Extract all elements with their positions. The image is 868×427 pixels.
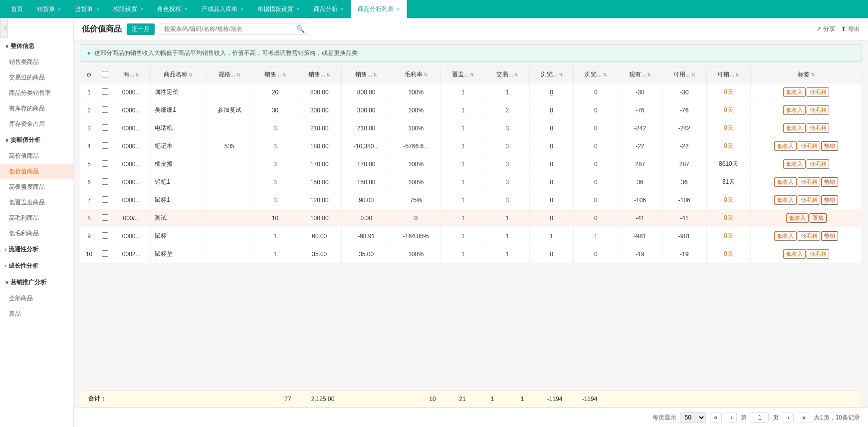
sidebar-item-high-value[interactable]: 高价值商品 bbox=[0, 148, 73, 164]
sidebar-group-contribution[interactable]: ∨ 贡献值分析 bbox=[0, 132, 73, 148]
sidebar-item-stock-goods[interactable]: 有库存的商品 bbox=[0, 101, 73, 116]
cell-name[interactable]: 鼠标垫 bbox=[151, 245, 206, 263]
sidebar-item-new-goods[interactable]: 新品 bbox=[0, 306, 73, 322]
nav-item-role[interactable]: 角色授权 × bbox=[150, 0, 194, 18]
cell-name[interactable]: 测试 bbox=[151, 209, 206, 227]
cell-browse1[interactable]: 0 bbox=[529, 101, 574, 119]
col-name[interactable]: 商品名称⇅ bbox=[151, 66, 206, 83]
cell-checkbox[interactable] bbox=[98, 155, 112, 173]
first-page-button[interactable]: « bbox=[710, 413, 722, 423]
col-sales1[interactable]: 销售...⇅ bbox=[253, 66, 297, 83]
cell-browse1[interactable]: 0 bbox=[529, 155, 574, 173]
select-all-checkbox[interactable] bbox=[102, 71, 108, 77]
row-checkbox[interactable] bbox=[102, 250, 108, 257]
col-trade[interactable]: 交易...⇅ bbox=[485, 66, 530, 83]
sidebar-item-inventory-capital[interactable]: 库存资金占用 bbox=[0, 116, 73, 132]
sidebar-item-low-coverage[interactable]: 低覆盖度商品 bbox=[0, 195, 73, 210]
col-tags[interactable]: 标签⇅ bbox=[751, 66, 862, 83]
cell-name[interactable]: 笔记本 bbox=[151, 137, 206, 155]
cell-browse1[interactable]: 0 bbox=[529, 119, 574, 137]
sidebar-item-low-margin[interactable]: 低毛利商品 bbox=[0, 226, 73, 241]
cell-checkbox[interactable] bbox=[98, 173, 112, 191]
col-saleable[interactable]: 可销...⇅ bbox=[706, 66, 751, 83]
close-icon[interactable]: × bbox=[240, 6, 243, 12]
col-gross[interactable]: 毛利率⇅ bbox=[391, 66, 441, 83]
col-spec[interactable]: 规格...⇅ bbox=[206, 66, 253, 83]
cell-name[interactable]: 鼠标1 bbox=[151, 191, 206, 209]
filter-button[interactable]: 近一月 bbox=[127, 23, 155, 35]
cell-browse1[interactable]: 0 bbox=[529, 191, 574, 209]
sidebar-item-low-value[interactable]: 低价值商品 bbox=[0, 164, 73, 179]
col-code[interactable]: 商...⇅ bbox=[112, 66, 151, 83]
cell-checkbox[interactable] bbox=[98, 227, 112, 245]
cell-name[interactable]: 铅笔1 bbox=[151, 173, 206, 191]
sidebar-collapse-button[interactable]: 《 bbox=[0, 18, 8, 38]
col-sales3[interactable]: 销售...⇅ bbox=[342, 66, 391, 83]
col-browse1[interactable]: 浏览...⇅ bbox=[529, 66, 574, 83]
col-current[interactable]: 现有...⇅ bbox=[618, 66, 662, 83]
sidebar-item-traded-goods[interactable]: 交易过的商品 bbox=[0, 70, 73, 85]
cell-browse1[interactable]: 1 bbox=[529, 227, 574, 245]
col-sales2[interactable]: 销售...⇅ bbox=[297, 66, 342, 83]
col-settings[interactable]: ⚙ bbox=[80, 66, 98, 83]
close-icon[interactable]: × bbox=[140, 6, 143, 12]
cell-browse1[interactable]: 0 bbox=[529, 137, 574, 155]
sidebar-group-overall[interactable]: ∨ 整体信息 bbox=[0, 38, 73, 54]
cell-browse1[interactable]: 0 bbox=[529, 83, 574, 101]
cell-checkbox[interactable] bbox=[98, 245, 112, 263]
nav-item-permission[interactable]: 权限设置 × bbox=[106, 0, 150, 18]
cell-name[interactable]: 鼠标 bbox=[151, 227, 206, 245]
col-available[interactable]: 可用...⇅ bbox=[662, 66, 706, 83]
close-icon[interactable]: × bbox=[96, 6, 99, 12]
nav-item-product-analysis-list[interactable]: 商品分析列表 × bbox=[351, 0, 407, 18]
cell-browse1[interactable]: 0 bbox=[529, 245, 574, 263]
row-checkbox[interactable] bbox=[102, 88, 108, 95]
page-number-input[interactable] bbox=[751, 413, 769, 423]
cell-checkbox[interactable] bbox=[98, 83, 112, 101]
export-button[interactable]: ⬆ 导出 bbox=[841, 25, 860, 33]
next-page-button[interactable]: › bbox=[783, 413, 794, 423]
close-icon[interactable]: × bbox=[341, 6, 344, 12]
close-icon[interactable]: × bbox=[296, 6, 299, 12]
nav-item-sales[interactable]: 销货单 × bbox=[30, 0, 68, 18]
nav-item-product-analysis[interactable]: 商品分析 × bbox=[307, 0, 351, 18]
sidebar-item-category-sales-rate[interactable]: 商品分类销售率 bbox=[0, 85, 73, 101]
row-checkbox[interactable] bbox=[102, 178, 108, 185]
close-icon[interactable]: × bbox=[397, 6, 400, 12]
prev-page-button[interactable]: ‹ bbox=[726, 413, 737, 423]
row-checkbox[interactable] bbox=[102, 106, 108, 113]
nav-item-purchase[interactable]: 进货单 × bbox=[68, 0, 106, 18]
sidebar-item-high-margin[interactable]: 高毛利商品 bbox=[0, 210, 73, 226]
sidebar-group-growth[interactable]: › 成长性分析 bbox=[0, 258, 73, 274]
sidebar-group-circulation[interactable]: › 流通性分析 bbox=[0, 241, 73, 258]
search-input[interactable] bbox=[164, 25, 296, 32]
nav-item-home[interactable]: 首页 bbox=[4, 0, 30, 18]
sidebar-item-all-goods[interactable]: 全部商品 bbox=[0, 291, 73, 306]
sidebar-item-high-coverage[interactable]: 高覆盖度商品 bbox=[0, 179, 73, 195]
cell-checkbox[interactable] bbox=[98, 137, 112, 155]
nav-item-template[interactable]: 单据模板设置 × bbox=[250, 0, 306, 18]
search-icon[interactable]: 🔍 bbox=[296, 25, 305, 33]
cell-name[interactable]: 电话机 bbox=[151, 119, 206, 137]
cell-browse1[interactable]: 0 bbox=[529, 209, 574, 227]
row-checkbox[interactable] bbox=[102, 142, 108, 149]
sidebar-item-sales-goods[interactable]: 销售类商品 bbox=[0, 54, 73, 70]
last-page-button[interactable]: » bbox=[798, 413, 810, 423]
row-checkbox[interactable] bbox=[102, 196, 108, 203]
row-checkbox[interactable] bbox=[102, 232, 108, 239]
row-checkbox[interactable] bbox=[102, 214, 108, 221]
col-cover[interactable]: 覆盖...⇅ bbox=[441, 66, 485, 83]
share-button[interactable]: ↗ 分享 bbox=[816, 25, 835, 33]
page-size-select[interactable]: 50 10 20 100 bbox=[680, 412, 706, 423]
nav-item-product-warehouse[interactable]: 产成品入库单 × bbox=[195, 0, 250, 18]
cell-checkbox[interactable] bbox=[98, 209, 112, 227]
cell-browse1[interactable]: 0 bbox=[529, 173, 574, 191]
sidebar-group-marketing[interactable]: ∨ 营销推广分析 bbox=[0, 274, 73, 291]
row-checkbox[interactable] bbox=[102, 124, 108, 131]
cell-checkbox[interactable] bbox=[98, 191, 112, 209]
cell-checkbox[interactable] bbox=[98, 119, 112, 137]
close-icon[interactable]: × bbox=[58, 6, 61, 12]
cell-name[interactable]: 橡皮擦 bbox=[151, 155, 206, 173]
cell-checkbox[interactable] bbox=[98, 101, 112, 119]
cell-name[interactable]: 属性定价 bbox=[151, 83, 206, 101]
